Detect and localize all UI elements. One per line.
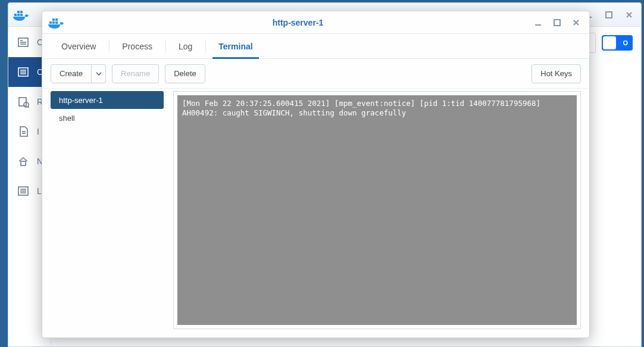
docker-logo-icon <box>13 9 30 21</box>
create-split-button: Create <box>51 64 106 83</box>
session-item-shell[interactable]: shell <box>51 109 164 127</box>
svg-rect-0 <box>14 14 17 16</box>
sidebar-label: I <box>37 127 39 136</box>
terminal-session-list: http-server-1 shell <box>51 91 164 329</box>
registry-icon <box>17 95 30 108</box>
session-label: http-server-1 <box>59 96 103 105</box>
svg-line-17 <box>28 107 29 108</box>
terminal-frame: [Mon Feb 22 20:37:25.600415 2021] [mpm_e… <box>173 91 581 329</box>
tab-label: Log <box>179 42 192 51</box>
hotkeys-button[interactable]: Hot Keys <box>532 64 581 83</box>
svg-rect-2 <box>20 14 23 16</box>
modal-tabs: Overview Process Log Terminal <box>42 34 589 59</box>
tab-log[interactable]: Log <box>165 34 205 58</box>
modal-maximize-button[interactable] <box>550 15 564 30</box>
parent-close-button[interactable] <box>622 8 636 22</box>
create-dropdown-button[interactable] <box>92 64 106 83</box>
parent-maximize-button[interactable] <box>602 8 616 22</box>
svg-rect-1 <box>17 14 20 16</box>
terminal-output[interactable]: [Mon Feb 22 20:37:25.600415 2021] [mpm_e… <box>177 95 577 325</box>
svg-rect-29 <box>55 18 58 21</box>
docker-logo-icon <box>48 17 65 29</box>
session-item-httpserver1[interactable]: http-server-1 <box>51 91 164 109</box>
svg-rect-25 <box>49 21 52 24</box>
terminal-toolbar: Create Rename Delete Hot Keys <box>42 59 589 89</box>
create-button[interactable]: Create <box>51 64 92 83</box>
svg-rect-15 <box>19 98 26 106</box>
svg-rect-27 <box>55 21 58 24</box>
network-icon <box>17 155 30 168</box>
svg-rect-3 <box>17 11 20 13</box>
rename-button[interactable]: Rename <box>112 64 159 83</box>
container-icon <box>17 65 30 79</box>
tab-label: Process <box>122 42 152 51</box>
tab-label: Terminal <box>218 42 252 51</box>
svg-rect-31 <box>554 20 560 26</box>
log-icon <box>17 185 30 198</box>
container-detail-window: http-server-1 Overview Process Log Termi… <box>42 11 590 338</box>
delete-button[interactable]: Delete <box>165 64 205 83</box>
container-running-toggle[interactable]: O <box>602 35 633 51</box>
modal-close-button[interactable] <box>569 15 583 30</box>
tab-overview[interactable]: Overview <box>48 34 109 58</box>
svg-rect-28 <box>52 18 55 21</box>
overview-icon <box>17 36 30 49</box>
image-icon <box>17 125 30 138</box>
tab-process[interactable]: Process <box>109 34 165 58</box>
svg-rect-4 <box>20 11 23 13</box>
modal-minimize-button[interactable] <box>531 15 545 30</box>
modal-title: http-server-1 <box>65 18 531 27</box>
sidebar-label: L <box>37 186 42 196</box>
svg-rect-6 <box>606 12 612 18</box>
svg-rect-30 <box>535 24 541 26</box>
svg-rect-26 <box>52 21 55 24</box>
session-label: shell <box>59 114 75 123</box>
svg-rect-20 <box>21 161 26 165</box>
modal-titlebar: http-server-1 <box>42 11 589 34</box>
terminal-body: http-server-1 shell [Mon Feb 22 20:37:25… <box>42 89 589 337</box>
toggle-label: O <box>623 39 628 46</box>
tab-label: Overview <box>61 42 96 51</box>
tab-terminal[interactable]: Terminal <box>205 34 265 58</box>
